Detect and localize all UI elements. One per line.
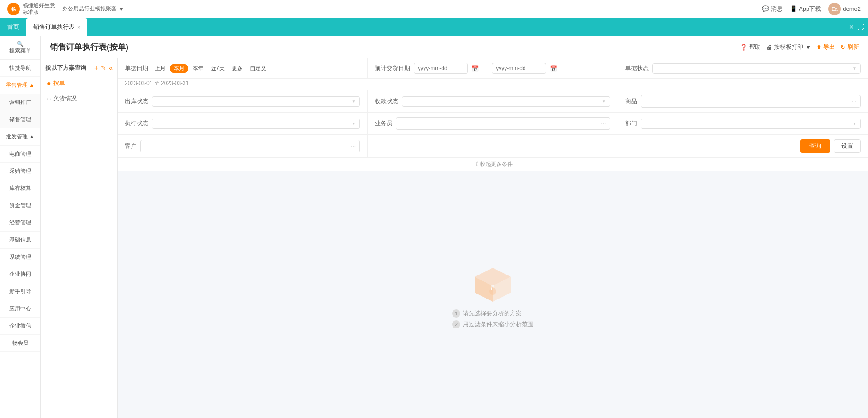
logo-icon: 畅 (7, 3, 20, 15)
sidebar-search[interactable]: 🔍 搜索菜单 (0, 36, 40, 60)
edit-scheme-button[interactable]: ✎ (101, 64, 106, 71)
search-icon: 🔍 (17, 41, 24, 47)
sidebar-item-marketing[interactable]: 营销推广 (0, 94, 40, 111)
customer-dots-icon: ··· (351, 142, 356, 150)
date-tab-last-month[interactable]: 上月 (152, 64, 168, 73)
sidebar-item-ecommerce[interactable]: 电商管理 (0, 146, 40, 163)
exec-select-arrow: ▼ (351, 121, 356, 126)
salesman-label: 业务员 (375, 119, 392, 128)
collapse-panel-button[interactable]: « (109, 64, 113, 71)
tab-home[interactable]: 首页 (0, 18, 26, 36)
filter-row-3: 执行状态 ▼ 业务员 ··· (118, 113, 868, 135)
tab-close-icon[interactable]: × (77, 24, 80, 30)
date-tab-this-month[interactable]: 本月 (170, 64, 188, 73)
user-profile[interactable]: Ea demo2 (828, 3, 861, 15)
add-scheme-button[interactable]: + (94, 64, 98, 71)
help-button[interactable]: ❓ 帮助 (740, 43, 761, 51)
expected-date-end[interactable] (492, 63, 546, 74)
settings-button[interactable]: 设置 (834, 139, 861, 153)
date-tab-more[interactable]: 更多 (229, 64, 245, 73)
expected-date-start[interactable] (414, 63, 468, 74)
customer-cell: 客户 ··· (118, 135, 368, 157)
sidebar-item-inventory[interactable]: 库存核算 (0, 180, 40, 197)
filter-panel: 单据日期 上月 本月 本年 近7天 更多 自定义 (118, 58, 868, 171)
sidebar-item-beginner[interactable]: 新手引导 (0, 283, 40, 300)
order-status-cell: 单据状态 ▼ (618, 58, 868, 78)
sidebar-item-sales[interactable]: 销售管理 (0, 111, 40, 128)
collapse-up-icon: 《 (473, 161, 478, 168)
product-field[interactable]: ··· (641, 95, 861, 108)
salesman-cell: 业务员 ··· (368, 113, 618, 134)
export-button[interactable]: ⬆ 导出 (816, 43, 835, 51)
empty-state: 1 请先选择要分析的方案 2 用过滤条件来缩小分析范围 (452, 259, 533, 331)
date-tab-7days[interactable]: 近7天 (208, 64, 227, 73)
scheme-item-by-order[interactable]: ● 按单 (41, 76, 117, 91)
department-select[interactable]: ▼ (641, 119, 861, 129)
sidebar-item-wholesale[interactable]: 批发管理 ▲ (0, 128, 40, 146)
sidebar-item-basic-info[interactable]: 基础信息 (0, 232, 40, 249)
payment-status-label: 收款状态 (375, 97, 398, 105)
empty-illustration (466, 259, 520, 304)
sidebar-item-corp-collab[interactable]: 企业协同 (0, 266, 40, 283)
date-separator: — (482, 65, 488, 72)
filter-row-4: 客户 ··· 查询 设置 (118, 135, 868, 158)
sidebar-item-enterprise-wechat[interactable]: 企业微信 (0, 318, 40, 335)
query-button[interactable]: 查询 (800, 139, 830, 153)
app-download-button[interactable]: 📱 App下载 (790, 5, 821, 13)
scheme-item-backorder[interactable]: ○ 欠货情况 (41, 91, 117, 106)
print-button[interactable]: 🖨 按模板打印 ▼ (766, 43, 811, 51)
avatar: Ea (828, 3, 841, 15)
empty-hints: 1 请先选择要分析的方案 2 用过滤条件来缩小分析范围 (452, 309, 533, 331)
left-panel-title: 按以下方案查询 (45, 64, 86, 72)
tab-sales-order[interactable]: 销售订单执行表 × (26, 18, 87, 36)
customer-field[interactable]: ··· (140, 140, 360, 152)
date-tab-custom[interactable]: 自定义 (247, 64, 269, 73)
page-header: 销售订单执行表(按单) ❓ 帮助 🖨 按模板打印 ▼ ⬆ 导出 ↻ 刷新 (41, 36, 868, 58)
product-label: 商品 (625, 97, 637, 105)
tab-bar: 首页 销售订单执行表 × × ⛶ (0, 18, 868, 36)
exec-status-select[interactable]: ▼ (152, 119, 360, 129)
sidebar-item-finance[interactable]: 资金管理 (0, 197, 40, 214)
sidebar-item-system[interactable]: 系统管理 (0, 249, 40, 266)
date-filter-label: 单据日期 (125, 64, 148, 72)
payment-status-select[interactable]: ▼ (402, 96, 610, 107)
order-status-select[interactable]: ▼ (652, 63, 861, 74)
message-button[interactable]: 💬 消息 (762, 5, 783, 13)
calendar-end-icon: 📅 (550, 65, 557, 72)
svg-point-7 (491, 285, 494, 287)
delivery-status-select[interactable]: ▼ (152, 96, 360, 107)
svg-point-5 (489, 288, 496, 295)
sidebar-item-operations[interactable]: 经营管理 (0, 214, 40, 232)
collapse-more-button[interactable]: 《 收起更多条件 (118, 158, 868, 171)
order-status-arrow: ▼ (852, 66, 857, 71)
sidebar-item-purchase[interactable]: 采购管理 (0, 163, 40, 180)
sidebar-item-retail[interactable]: 零售管理 ▲ (0, 77, 40, 94)
help-icon: ❓ (740, 44, 747, 51)
date-tabs: 上月 本月 本年 近7天 更多 自定义 (152, 64, 269, 73)
top-header: 畅 畅捷通好生意 标准版 办公用品行业模拟账套 ▼ 💬 消息 📱 App下载 E… (0, 0, 868, 18)
filter-sidebar: 按以下方案查询 + ✎ « ● 按单 ○ 欠货情况 (41, 58, 118, 418)
delivery-select-arrow: ▼ (351, 99, 356, 104)
right-section: 单据日期 上月 本月 本年 近7天 更多 自定义 (118, 58, 868, 418)
svg-text:畅: 畅 (11, 7, 16, 12)
calendar-start-icon: 📅 (472, 65, 479, 72)
sidebar-item-quick-nav[interactable]: 快捷导航 (0, 60, 40, 77)
filter-row-1: 单据日期 上月 本月 本年 近7天 更多 自定义 (118, 58, 868, 79)
salesman-field[interactable]: ··· (396, 117, 610, 130)
logo-area: 畅 畅捷通好生意 标准版 (7, 2, 55, 15)
product-cell: 商品 ··· (618, 90, 868, 112)
window-expand-icon[interactable]: ⛶ (857, 23, 864, 31)
window-close-icon[interactable]: × (849, 23, 854, 31)
refresh-button[interactable]: ↻ 刷新 (840, 43, 859, 51)
date-tab-this-year[interactable]: 本年 (190, 64, 206, 73)
tab-bar-right: × ⛶ (849, 23, 868, 31)
sidebar-item-app-center[interactable]: 应用中心 (0, 300, 40, 318)
main-layout: 🔍 搜索菜单 快捷导航 零售管理 ▲ 营销推广 销售管理 批发管理 ▲ 电商管理… (0, 36, 868, 418)
payment-status-cell: 收款状态 ▼ (368, 90, 618, 112)
logo-text: 畅捷通好生意 标准版 (23, 2, 55, 15)
scheme-secondary-icon: ○ (47, 95, 51, 102)
department-select-arrow: ▼ (852, 121, 857, 126)
breadcrumb[interactable]: 办公用品行业模拟账套 ▼ (62, 5, 124, 13)
sidebar-item-member[interactable]: 畅会员 (0, 335, 40, 352)
empty-cell-2 (368, 135, 618, 157)
